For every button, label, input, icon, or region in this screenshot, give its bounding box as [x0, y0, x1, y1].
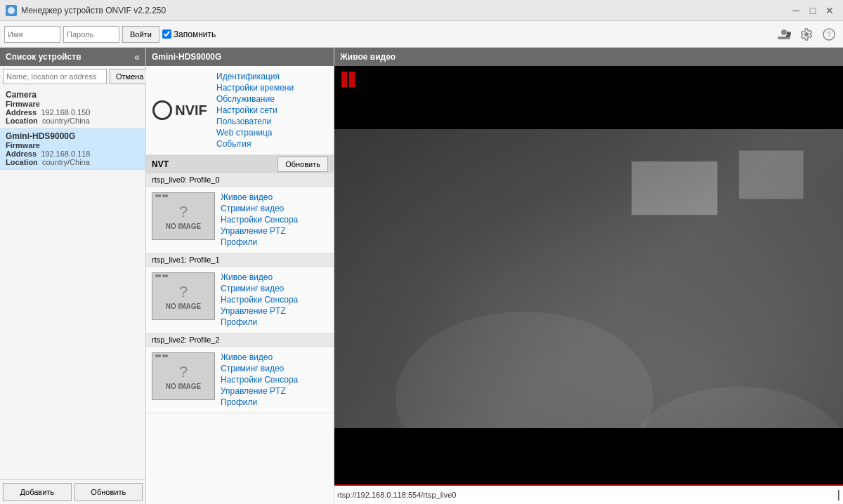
remember-checkbox-label[interactable]: Запомнить: [162, 29, 216, 39]
video-area: [334, 66, 843, 484]
nvt-title: NVT: [152, 159, 169, 169]
link-web-page[interactable]: Web страница: [216, 128, 294, 138]
users-icon-button[interactable]: [774, 25, 794, 44]
stream-id: rtsp_live2: Profile_2: [152, 336, 220, 344]
search-input[interactable]: [3, 69, 107, 84]
stream-content: ? NO IMAGE Живое видео Стриминг видео На…: [146, 187, 334, 253]
link-time-settings[interactable]: Настройки времени: [216, 83, 294, 93]
settings-icon-button[interactable]: [797, 25, 816, 44]
link-maintenance[interactable]: Обслуживание: [216, 94, 294, 104]
remember-checkbox[interactable]: [162, 29, 171, 39]
svg-point-0: [8, 7, 15, 14]
stream-thumbnail: ? NO IMAGE: [152, 272, 215, 320]
window-controls: ─ □ ✕: [788, 3, 837, 18]
stream-item: rtsp_live1: Profile_1 ? NO IMAGE Живое в…: [146, 253, 334, 333]
live-video-link[interactable]: Живое видео: [221, 352, 298, 362]
streaming-video-link[interactable]: Стриминг видео: [221, 284, 298, 293]
remember-label: Запомнить: [174, 29, 216, 39]
cancel-search-button[interactable]: Отмена: [110, 69, 150, 84]
link-users[interactable]: Пользователи: [216, 117, 294, 126]
collapse-button[interactable]: «: [134, 51, 140, 62]
help-icon-button[interactable]: ?: [819, 25, 839, 44]
close-button[interactable]: ✕: [822, 3, 837, 18]
onvif-circle-icon: [152, 100, 172, 120]
login-button[interactable]: Войти: [122, 26, 159, 43]
device-firmware: Firmware: [6, 141, 140, 150]
stream-item: rtsp_live0: Profile_0 ? NO IMAGE Живое в…: [146, 173, 334, 253]
device-location: Location country/China: [6, 158, 140, 166]
sensor-settings-link[interactable]: Настройки Сенсора: [221, 215, 298, 225]
stream-item: rtsp_live2: Profile_2 ? NO IMAGE Живое в…: [146, 333, 334, 413]
toolbar-right: ?: [774, 25, 839, 44]
nvt-section: NVT Обновить rtsp_live0: Profile_0 ? NO …: [146, 155, 334, 413]
pause-bar-left: [341, 72, 347, 87]
stream-content: ? NO IMAGE Живое видео Стриминг видео На…: [146, 347, 334, 413]
url-input[interactable]: [337, 491, 837, 499]
link-events[interactable]: События: [216, 139, 294, 149]
thumb-question-icon: ?: [179, 363, 188, 381]
device-panel-title: Список устройств: [6, 52, 81, 62]
stream-thumbnail: ? NO IMAGE: [152, 192, 215, 240]
thumb-top-bar: [155, 274, 168, 277]
device-links: Идентификация Настройки времени Обслужив…: [216, 72, 294, 149]
onvif-text: NVIF: [175, 102, 207, 119]
nvt-header: NVT Обновить: [146, 155, 334, 173]
password-input[interactable]: [63, 26, 119, 43]
maximize-button[interactable]: □: [805, 3, 821, 18]
stream-header: rtsp_live2: Profile_2: [146, 333, 334, 347]
device-list: Camera Firmware Address 192.168.0.150 Lo…: [0, 87, 145, 479]
stream-links: Живое видео Стриминг видео Настройки Сен…: [221, 192, 298, 247]
url-bar: |: [334, 484, 843, 504]
thumb-top-bar: [155, 354, 168, 357]
add-device-button[interactable]: Добавить: [3, 483, 72, 501]
live-video-link[interactable]: Живое видео: [221, 192, 298, 202]
ptz-control-link[interactable]: Управление PTZ: [221, 386, 298, 396]
thumb-dot-icon: [155, 354, 161, 357]
device-address: Address 192.168.0.118: [6, 150, 140, 158]
device-panel: Список устройств « Отмена Camera Firmwar…: [0, 48, 146, 504]
main-container: Список устройств « Отмена Camera Firmwar…: [0, 48, 843, 504]
profiles-link[interactable]: Профили: [221, 397, 298, 407]
ptz-control-link[interactable]: Управление PTZ: [221, 306, 298, 316]
stream-header: rtsp_live1: Profile_1: [146, 253, 334, 267]
username-input[interactable]: [4, 26, 60, 43]
sensor-settings-link[interactable]: Настройки Сенсора: [221, 295, 298, 305]
stream-id: rtsp_live1: Profile_1: [152, 256, 220, 264]
minimize-button[interactable]: ─: [788, 3, 804, 18]
thumb-no-image-label: NO IMAGE: [166, 383, 202, 390]
link-identification[interactable]: Идентификация: [216, 72, 294, 81]
ptz-control-link[interactable]: Управление PTZ: [221, 226, 298, 236]
app-icon: [6, 5, 17, 16]
link-network-settings[interactable]: Настройки сети: [216, 105, 294, 115]
streaming-video-link[interactable]: Стриминг видео: [221, 364, 298, 373]
onvif-logo: NVIF: [152, 100, 208, 120]
device-name: Gmini-HDS9000G: [6, 131, 140, 141]
pause-bar-right: [349, 72, 355, 87]
thumb-dot-icon: [162, 274, 168, 277]
thumb-question-icon: ?: [179, 203, 188, 221]
stream-header: rtsp_live0: Profile_0: [146, 173, 334, 187]
streaming-video-link[interactable]: Стриминг видео: [221, 204, 298, 213]
device-item[interactable]: Gmini-HDS9000G Firmware Address 192.168.…: [0, 128, 145, 170]
live-video-link[interactable]: Живое видео: [221, 272, 298, 282]
device-item[interactable]: Camera Firmware Address 192.168.0.150 Lo…: [0, 87, 145, 128]
svg-point-4: [787, 32, 791, 36]
toolbar-left: Войти Запомнить: [4, 26, 216, 43]
toolbar: Войти Запомнить ?: [0, 21, 843, 48]
refresh-devices-button[interactable]: Обновить: [74, 483, 143, 501]
middle-header: Gmini-HDS9000G: [146, 48, 334, 66]
thumb-dot-icon: [162, 194, 168, 197]
right-panel: Живое видео: [334, 48, 843, 504]
title-bar: Менеджер устройств ONVIF v2.2.250 ─ □ ✕: [0, 0, 843, 21]
profiles-link[interactable]: Профили: [221, 317, 298, 327]
thumb-dot-icon: [155, 194, 161, 197]
svg-rect-9: [739, 151, 804, 199]
sensor-settings-link[interactable]: Настройки Сенсора: [221, 375, 298, 385]
thumb-question-icon: ?: [179, 283, 188, 301]
device-address: Address 192.168.0.150: [6, 108, 140, 117]
svg-text:?: ?: [827, 31, 831, 39]
thumb-top-bar: [155, 194, 168, 197]
nvt-update-button[interactable]: Обновить: [277, 157, 328, 172]
thumb-dot-icon: [162, 354, 168, 357]
profiles-link[interactable]: Профили: [221, 237, 298, 247]
